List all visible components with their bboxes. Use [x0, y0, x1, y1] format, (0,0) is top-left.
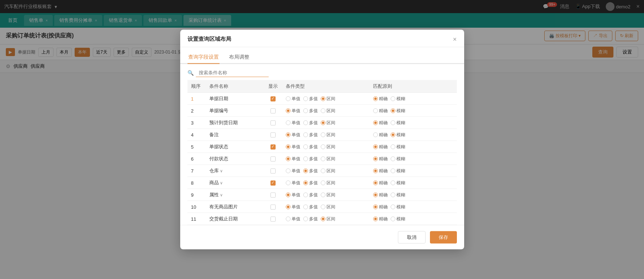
search-input[interactable] [196, 68, 269, 73]
search-icon: 🔍 [187, 70, 194, 73]
modal-title: 设置查询区域布局 [187, 36, 231, 43]
modal-tabs: 查询字段设置 布局调整 [180, 47, 464, 64]
modal-dialog: 设置查询区域布局 × 查询字段设置 布局调整 🔍 顺序 条件名称 显示 条件类型… [180, 30, 464, 73]
modal-header: 设置查询区域布局 × [180, 30, 464, 47]
modal-tab-query-fields[interactable]: 查询字段设置 [187, 51, 220, 64]
modal-tab-layout[interactable]: 布局调整 [228, 51, 250, 64]
modal-search-bar: 🔍 [180, 64, 464, 73]
modal-close-button[interactable]: × [453, 36, 457, 42]
